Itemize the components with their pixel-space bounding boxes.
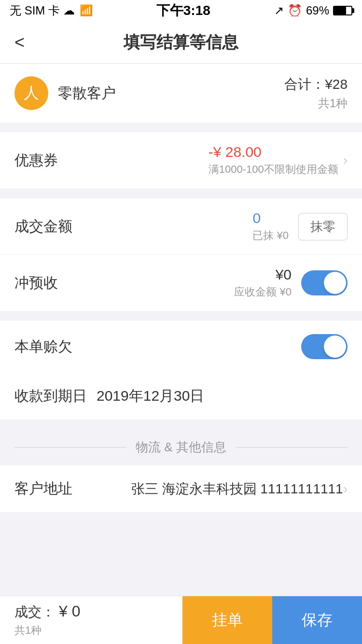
no-sim-text: 无 SIM 卡 ☁ [10,3,75,18]
summary-amount: ¥ 0 [59,602,80,620]
address-chevron-icon: › [343,481,348,497]
coupon-description: 满1000-100不限制使用金额 [209,162,338,177]
status-left: 无 SIM 卡 ☁ 📶 [10,3,93,18]
coupon-label: 优惠券 [14,151,58,170]
debt-label: 本单赊欠 [14,337,72,357]
summary-label: 成交： [14,603,55,621]
address-value: 张三 海淀永丰科技园 11111111111 [82,480,343,498]
wifi-icon: 📶 [80,4,93,17]
coupon-amount: -¥ 28.00 [209,144,338,160]
back-button[interactable]: < [14,32,25,53]
summary-count: 共1种 [14,623,168,638]
location-icon: ↗ [274,4,284,17]
deal-value: 0 [252,210,289,226]
deal-section: 成交金额 0 已抹 ¥0 抹零 冲预收 ¥0 应收金额 ¥0 [0,198,362,311]
hold-button[interactable]: 挂单 [182,596,272,644]
nav-bar: < 填写结算等信息 [0,21,362,64]
battery-percent: 69% [306,4,329,17]
due-date-label: 收款到期日 [14,386,87,406]
debt-row: 本单赊欠 [0,321,362,373]
coupon-row[interactable]: 优惠券 -¥ 28.00 满1000-100不限制使用金额 › [0,132,362,189]
coupon-section: 优惠券 -¥ 28.00 满1000-100不限制使用金额 › [0,132,362,189]
precharge-receivable: 应收金额 ¥0 [234,285,292,299]
total-amount: 合计：¥28 [284,75,348,94]
battery-icon [333,6,352,15]
alarm-icon: ⏰ [288,4,302,17]
logistics-header: 物流 & 其他信息 [0,429,362,465]
bottom-bar: 成交： ¥ 0 共1种 挂单 保存 [0,596,362,644]
precharge-label: 冲预收 [14,273,58,293]
precharge-toggle[interactable] [301,270,348,295]
chevron-right-icon: › [343,153,348,168]
due-date-value: 2019年12月30日 [97,386,204,406]
total-count: 共1种 [284,96,348,111]
due-date-row: 收款到期日 2019年12月30日 [0,373,362,420]
status-bar: 无 SIM 卡 ☁ 📶 下午3:18 ↗ ⏰ 69% [0,0,362,21]
precharge-row: 冲预收 ¥0 应收金额 ¥0 [0,255,362,311]
divider-left [14,447,126,448]
status-right: ↗ ⏰ 69% [274,4,352,17]
round-button[interactable]: 抹零 [298,213,348,240]
divider-right [236,447,348,448]
bottom-summary: 成交： ¥ 0 共1种 [0,596,182,644]
address-row[interactable]: 客户地址 张三 海淀永丰科技园 11111111111 › [0,465,362,512]
customer-section: 人 零散客户 合计：¥28 共1种 [0,64,362,123]
logistics-title: 物流 & 其他信息 [136,439,226,456]
debt-section: 本单赊欠 收款到期日 2019年12月30日 [0,321,362,420]
avatar: 人 [14,76,48,110]
save-button[interactable]: 保存 [272,596,362,644]
deal-label: 成交金额 [14,217,72,237]
debt-toggle[interactable] [301,334,348,359]
customer-name: 零散客户 [58,84,116,103]
address-label: 客户地址 [14,479,72,499]
deal-amount-row: 成交金额 0 已抹 ¥0 抹零 [0,198,362,255]
page-title: 填写结算等信息 [124,31,238,54]
deal-already-label: 已抹 ¥0 [252,228,289,243]
precharge-amount: ¥0 [234,266,292,283]
status-time: 下午3:18 [156,1,210,20]
